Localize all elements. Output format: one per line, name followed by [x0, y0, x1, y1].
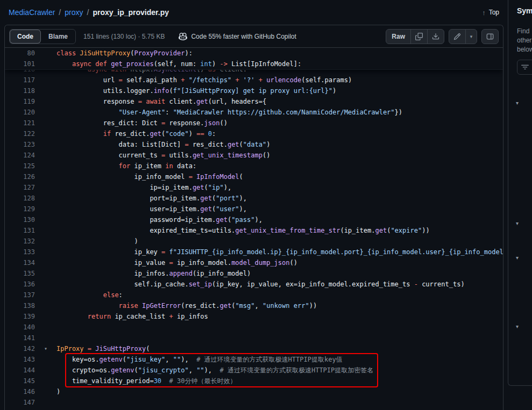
code-line: 141 — [5, 333, 503, 343]
code-text: ip=ip_item.get("ip"), — [56, 182, 503, 193]
copy-button[interactable] — [410, 29, 428, 44]
line-number[interactable]: 140 — [5, 322, 35, 333]
code-text: res_dict: Dict = response.json() — [56, 118, 503, 128]
code-line: 139 return ip_cache_list + ip_infos — [5, 311, 503, 322]
copilot-badge[interactable]: Code 55% faster with GitHub Copilot — [179, 32, 296, 41]
symbol-expand-chevron-icon[interactable]: ▾ — [516, 99, 519, 107]
edit-dropdown-button[interactable]: ▾ — [465, 29, 477, 44]
code-text: return ip_cache_list + ip_infos — [56, 311, 503, 322]
line-number[interactable]: 131 — [5, 225, 35, 236]
symbols-panel: Symbols Find other below ▾ ▾ ▾ ▾ — [508, 0, 532, 386]
line-number[interactable]: 139 — [5, 311, 35, 322]
fold-gutter — [35, 268, 56, 279]
line-number[interactable]: 142 — [5, 343, 35, 354]
scroll-to-top-button[interactable]: ↑ Top — [482, 9, 499, 17]
code-line: 125 for ip_item in data: — [5, 161, 503, 171]
line-number[interactable]: 143 — [5, 354, 35, 365]
copy-icon — [415, 33, 423, 40]
code-text: key=os.getenv("jisu_key", ""), # 通过环境变量的… — [56, 354, 503, 365]
tab-code[interactable]: Code — [10, 30, 41, 44]
line-number[interactable]: 128 — [5, 193, 35, 204]
line-number[interactable]: 125 — [5, 161, 35, 171]
file-container: Code Blame 151 lines (130 loc) · 5.75 KB… — [4, 25, 503, 410]
code-text: if res_dict.get("code") == 0: — [56, 128, 503, 139]
code-area: 116 async with httpx.AsyncClient() as cl… — [5, 48, 503, 410]
raw-copy-download-group: Raw — [386, 29, 444, 44]
breadcrumb-file-name: proxy_ip_provider.py — [93, 8, 169, 17]
line-number[interactable]: 120 — [5, 107, 35, 118]
code-line: 146) — [5, 386, 503, 397]
line-number[interactable]: 121 — [5, 118, 35, 128]
symbols-description-line: other — [517, 36, 532, 45]
line-number[interactable]: 130 — [5, 214, 35, 225]
code-text: response = await client.get(url, headers… — [56, 96, 503, 107]
fold-gutter — [35, 225, 56, 236]
code-line: 101 async def get_proxies(self, num: int… — [5, 59, 503, 69]
breadcrumb-folder-link[interactable]: proxy — [65, 8, 83, 17]
file-toolbar: Code Blame 151 lines (130 loc) · 5.75 KB… — [5, 25, 503, 48]
code-line: 119 response = await client.get(url, hea… — [5, 96, 503, 107]
fold-gutter — [35, 161, 56, 171]
line-number[interactable]: 124 — [5, 150, 35, 161]
fold-gutter — [35, 75, 56, 85]
line-number[interactable]: 118 — [5, 85, 35, 96]
fold-gutter — [35, 311, 56, 322]
line-number[interactable]: 144 — [5, 365, 35, 376]
line-number[interactable]: 129 — [5, 204, 35, 214]
line-number[interactable]: 135 — [5, 268, 35, 279]
code-text: password=ip_item.get("pass"), — [56, 214, 503, 225]
line-number[interactable]: 138 — [5, 300, 35, 311]
line-number[interactable]: 145 — [5, 376, 35, 386]
line-number[interactable]: 137 — [5, 290, 35, 300]
chevron-down-icon: ▾ — [470, 34, 473, 39]
code-text: raise IpGetError(res_dict.get("msg", "un… — [56, 300, 503, 311]
line-number[interactable]: 122 — [5, 128, 35, 139]
line-number[interactable]: 141 — [5, 333, 35, 343]
symbol-expand-chevron-icon[interactable]: ▾ — [516, 254, 519, 262]
line-number[interactable]: 133 — [5, 247, 35, 257]
tab-blame[interactable]: Blame — [41, 30, 75, 44]
code-line: 118 utils.logger.info(f"[JiSuHttpProxy] … — [5, 85, 503, 96]
line-number[interactable]: 127 — [5, 182, 35, 193]
fold-gutter — [35, 376, 56, 386]
code-line: 80class JiSuHttpProxy(ProxyProvider): — [5, 48, 503, 59]
code-text: url = self.api_path + "/fetchips" + '?' … — [56, 75, 503, 85]
symbol-expand-chevron-icon[interactable]: ▾ — [516, 322, 519, 331]
fold-gutter — [35, 59, 56, 69]
file-meta: 151 lines (130 loc) · 5.75 KB — [83, 33, 165, 40]
line-number[interactable]: 147 — [5, 397, 35, 408]
symbols-panel-toggle-button[interactable] — [481, 29, 499, 44]
line-number[interactable]: 101 — [5, 59, 35, 69]
raw-button[interactable]: Raw — [386, 29, 411, 44]
fold-chevron-icon[interactable]: ▾ — [35, 343, 56, 354]
breadcrumb-repo-link[interactable]: MediaCrawler — [9, 8, 55, 17]
code-blame-switch: Code Blame — [9, 29, 76, 44]
code-text: ) — [56, 386, 503, 397]
filter-symbols-input[interactable] — [517, 60, 532, 75]
code-line: 130 password=ip_item.get("pass"), — [5, 214, 503, 225]
line-number[interactable]: 123 — [5, 139, 35, 150]
line-number[interactable]: 146 — [5, 386, 35, 397]
code-lines: 116 async with httpx.AsyncClient() as cl… — [5, 64, 503, 408]
line-number[interactable]: 126 — [5, 171, 35, 182]
edit-button[interactable] — [449, 29, 466, 44]
symbol-expand-chevron-icon[interactable]: ▾ — [516, 219, 519, 228]
code-text: ip_info_model = IpInfoModel( — [56, 171, 503, 182]
line-number[interactable]: 132 — [5, 236, 35, 247]
code-line: 143 key=os.getenv("jisu_key", ""), # 通过环… — [5, 354, 503, 365]
code-line: 131 expired_time_ts=utils.get_unix_time_… — [5, 225, 503, 236]
code-text: crypto=os.getenv("jisu_crypto", ""), # 通… — [56, 365, 503, 376]
breadcrumb-separator: / — [59, 8, 61, 17]
line-number[interactable]: 80 — [5, 48, 35, 59]
fold-gutter — [35, 333, 56, 343]
line-number[interactable]: 136 — [5, 279, 35, 290]
code-text: time_validity_period=30 # 30分钟（最长时效） — [56, 376, 503, 386]
edit-group: ▾ — [449, 29, 477, 44]
line-number[interactable]: 119 — [5, 96, 35, 107]
fold-gutter — [35, 365, 56, 376]
code-text: "User-Agent": "MediaCrawler https://gith… — [56, 107, 503, 118]
line-number[interactable]: 134 — [5, 257, 35, 268]
line-number[interactable]: 117 — [5, 75, 35, 85]
up-arrow-icon: ↑ — [482, 9, 486, 17]
download-button[interactable] — [427, 29, 444, 44]
